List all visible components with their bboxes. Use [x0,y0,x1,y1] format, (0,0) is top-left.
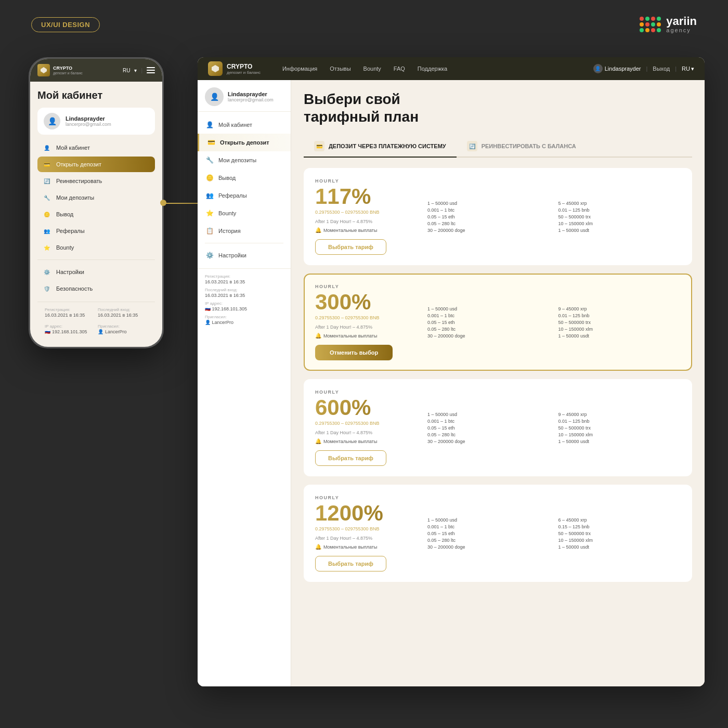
tariff-btn-plan1[interactable]: Выбрать тариф [315,239,386,255]
nav-link-info[interactable]: Информация [276,57,323,80]
tariff-amounts-col2-plan2: 9 – 45000 xrp 0.01 – 125 bnb 50 – 500000… [558,306,681,339]
tariff-amount-3-plan4: 0.05 – 280 ltc [427,538,550,543]
mobile-hamburger-icon[interactable] [147,67,155,73]
sidebar-item-history[interactable]: 📋 История [198,222,291,240]
sidebar-label-withdraw: Вывод [218,175,236,181]
mobile-menu-item-settings[interactable]: ⚙️ Настройки [37,264,155,280]
mobile-invited-label: Пригласил: [98,324,148,329]
tariff-amounts-col1-plan2: 1 – 50000 usd 0.001 – 1 btc 0.05 – 15 et… [427,306,550,339]
sidebar-invited-text: LancerPro [212,320,234,325]
sidebar-item-mydeposits[interactable]: 🔧 Мои депозиты [198,151,291,169]
payments-icon-plan1: 🔔 [315,227,321,233]
nav-logout[interactable]: Выход [653,66,670,72]
mobile-footer: Регистрация: 16.03.2021 в 16:35 Последни… [37,302,155,337]
mobile-referrals-icon: 👥 [43,227,51,235]
tariff-amount-4-plan3: 30 – 200000 doge [427,439,550,444]
mobile-logo-text-block: CRYPTO депозит и баланс [53,66,83,75]
sidebar-divider [205,243,283,243]
tariff-payments-plan1: 🔔 Моментальные выплаты [315,227,419,233]
tariff-card-inner-plan1: HOURLY 117% 0.29755300 – 029755300 BNB A… [315,178,419,255]
mobile-menu-item-reinvest[interactable]: 🔄 Реинвестировать [37,173,155,189]
tariff-amount-2-plan3: 0.05 – 15 eth [427,425,550,431]
desktop-nav-logo-texts: CRYPTO депозит и баланс [227,63,261,75]
sidebar-item-referrals[interactable]: 👥 Рефералы [198,187,291,204]
mobile-chevron-icon: ▾ [134,68,137,73]
yarlin-dots [640,17,661,32]
nav-link-support[interactable]: Поддержка [411,57,453,80]
mobile-menu-label-reinvest: Реинвестировать [56,178,102,184]
mobile-mydeposits-icon: 🔧 [43,193,51,202]
nav-link-bounty[interactable]: Bounty [357,57,387,80]
sidebar-ip-text: 192.168.101.305 [212,306,248,311]
mobile-menu-item-deposit[interactable]: 💳 Открыть депозит [37,157,155,172]
tariff-amounts-col1-plan4: 1 – 50000 usd 0.001 – 1 btc 0.05 – 15 et… [427,517,550,550]
sidebar-label-mydeposits: Мои депозиты [218,157,256,163]
tariff-after-plan2: After 1 Day Hour! – 4.875% [315,324,419,330]
tariff-btn-plan4[interactable]: Выбрать тариф [315,556,386,571]
tariff-range-plan2: 0.29755300 – 029755300 BNB [315,315,419,320]
desktop-nav-right: 👤 Lindasprayder | Выход | RU ▾ [593,64,694,73]
sidebar-item-cabinet[interactable]: 👤 Мой кабинет [198,116,291,134]
mobile-invited-person-icon: 👤 [98,329,103,334]
sidebar-item-settings[interactable]: ⚙️ Настройки [198,246,291,264]
tariff-amounts-col2-plan4: 6 – 45000 xrp 0.15 – 125 bnb 50 – 500000… [558,517,681,550]
tariff-amount2-1-plan2: 0.01 – 125 bnb [558,313,681,318]
desktop-sidebar: 👤 Lindasprayder lancerpro@gmail.com 👤 Мо… [198,80,291,686]
mobile-ip-value: 🇷🇺 192.168.101.305 [45,329,87,334]
sidebar-avatar: 👤 [205,87,224,106]
nav-link-reviews[interactable]: Отзывы [323,57,357,80]
tariff-btn-plan3[interactable]: Выбрать тариф [315,450,386,466]
mobile-menu-item-mydeposits[interactable]: 🔧 Мои депозиты [37,190,155,205]
sidebar-invited-item: Пригласил: 👤 LancerPro [205,315,283,325]
sidebar-label-history: История [218,228,241,234]
sidebar-item-bounty[interactable]: ⭐ Bounty [198,204,291,222]
tariff-amount2-2-plan3: 50 – 500000 trx [558,425,681,431]
mobile-security-icon: 🛡️ [43,284,51,293]
tariff-amount-1-plan1: 0.001 – 1 btc [427,207,550,213]
dot-red-4 [651,28,655,32]
tariff-label-plan4: HOURLY [315,495,419,500]
mobile-menu-item-referrals[interactable]: 👥 Рефералы [37,223,155,239]
desktop-nav-logo: CRYPTO депозит и баланс [208,61,261,76]
tab-payment-system[interactable]: 💳 ДЕПОЗИТ ЧЕРЕЗ ПЛАТЕЖНУЮ СИСТЕМУ [304,136,457,158]
mobile-menu-item-withdraw[interactable]: 🪙 Вывод [37,206,155,222]
tariff-payments-text-plan3: Моментальные выплаты [323,439,377,444]
tariff-amount-0-plan1: 1 – 50000 usd [427,201,550,206]
main-title-line1: Выбери свой [304,91,400,107]
tariff-amount2-3-plan2: 10 – 150000 xlm [558,327,681,332]
sidebar-invited-icon: 👤 [205,320,211,325]
tariff-amount2-0-plan1: 5 – 45000 xrp [558,201,681,206]
tariff-amount-1-plan4: 0.001 – 1 btc [427,524,550,529]
tariff-amount2-3-plan4: 10 – 150000 xlm [558,538,681,543]
mobile-invited-text: LancerPro [105,329,127,334]
yarlin-sub: agency [666,27,697,33]
tariff-card-inner-plan4: HOURLY 1200% 0.29755300 – 029755300 BNB … [315,495,419,571]
tariff-amounts-col2-plan3: 9 – 45000 xrp 0.01 – 125 bnb 50 – 500000… [558,412,681,444]
sidebar-user-info: Lindasprayder lancerpro@gmail.com [228,91,274,102]
sidebar-lastlogin-item: Последний вход: 16.03.2021 в 16:35 [205,288,283,298]
sidebar-user-name: Lindasprayder [228,91,274,97]
payments-icon-plan2: 🔔 [315,333,321,339]
tariff-btn-plan2[interactable]: Отменить выбор [315,345,393,360]
tab-reinvest-icon: 🔄 [467,141,477,151]
sidebar-flag-icon: 🇷🇺 [205,306,211,311]
tariff-amount-4-plan1: 30 – 200000 doge [427,228,550,233]
mobile-menu-item-bounty[interactable]: ⭐ Bounty [37,240,155,255]
dot-green-5 [657,28,661,32]
sidebar-item-withdraw[interactable]: 🪙 Вывод [198,169,291,187]
sidebar-settings-icon: ⚙️ [205,251,214,260]
sidebar-item-deposit[interactable]: 💳 Открыть депозит [198,134,291,151]
tariff-after-plan4: After 1 Day Hour! – 4.875% [315,536,419,541]
mobile-menu-item-cabinet[interactable]: 👤 Мой кабинет [37,140,155,155]
payments-icon-plan3: 🔔 [315,438,321,444]
tab-reinvest[interactable]: 🔄 РЕИНВЕСТИРОВАТЬ С БАЛАНСА [457,136,587,158]
desktop-nav-lang[interactable]: RU ▾ [682,66,694,72]
dot-orange-2 [657,22,661,27]
mobile-menu-item-security[interactable]: 🛡️ Безопасность [37,281,155,296]
nav-link-faq[interactable]: FAQ [387,57,411,80]
tariff-amount2-2-plan1: 50 – 500000 trx [558,214,681,219]
mobile-content: Мой кабинет 👤 Lindasprayder lancerpro@gm… [30,82,162,302]
tariff-amount2-1-plan1: 0.01 – 125 bnb [558,207,681,213]
tariff-amount2-1-plan3: 0.01 – 125 bnb [558,419,681,424]
dot-green-2 [657,17,661,21]
